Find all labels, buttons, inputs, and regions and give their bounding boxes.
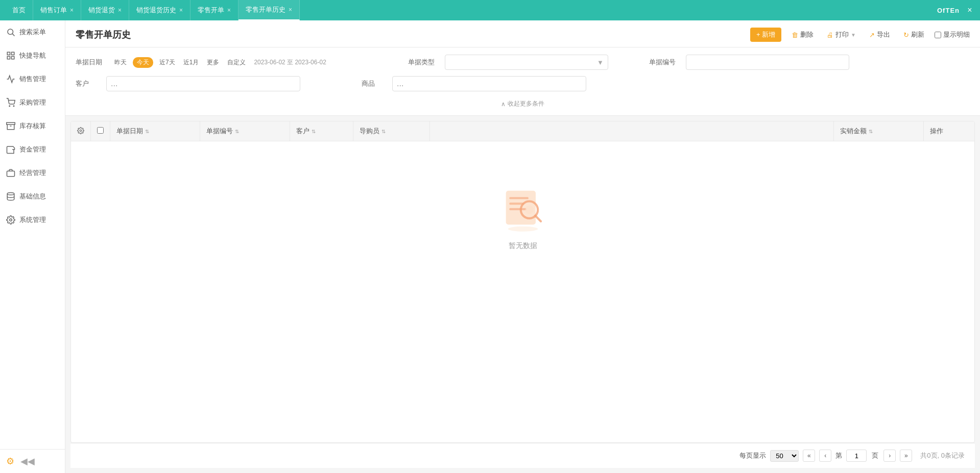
wallet-icon — [6, 145, 15, 154]
page-label: 页 — [871, 450, 879, 462]
shopping-icon — [6, 98, 15, 107]
tab-close-sales-return-history[interactable]: × — [179, 7, 183, 14]
display-detail-input[interactable] — [935, 32, 941, 38]
sidebar-item-purchase[interactable]: 采购管理 — [0, 91, 65, 114]
tab-close-sales-return[interactable]: × — [118, 7, 122, 14]
sidebar-item-system[interactable]: 系统管理 — [0, 208, 65, 232]
product-ellipsis: ... — [397, 79, 403, 88]
briefcase-icon — [6, 168, 15, 178]
sidebar-item-search[interactable]: 搜索采单 — [0, 20, 65, 44]
empty-icon — [497, 182, 548, 233]
filter-row-1: 单据日期 昨天 今天 近7天 近1月 更多 自定义 2023-06-02 至 2… — [76, 55, 970, 70]
sidebar-item-operation[interactable]: 经营管理 — [0, 161, 65, 185]
settings-icon[interactable]: ⚙ — [6, 456, 14, 467]
table-container: 单据日期 ⇅ 单据编号 ⇅ — [70, 121, 975, 443]
data-table: 单据日期 ⇅ 单据编号 ⇅ — [71, 121, 974, 141]
tab-home[interactable]: 首页 — [5, 0, 33, 20]
date-btn-1month[interactable]: 近1月 — [181, 57, 201, 68]
docno-input[interactable] — [686, 55, 849, 70]
col-settings[interactable] — [71, 121, 91, 141]
sidebar-bottom: ⚙ ◀◀ — [0, 449, 65, 473]
sidebar-item-sales[interactable]: 销售管理 — [0, 67, 65, 91]
product-label: 商品 — [362, 79, 375, 88]
tab-close-sales-order[interactable]: × — [70, 7, 74, 14]
grid-icon — [6, 51, 15, 60]
empty-state: 暂无数据 — [71, 141, 974, 291]
pagination: 每页显示 50 100 200 « ‹ 第 页 › — [70, 443, 975, 468]
box-icon — [6, 121, 15, 131]
next-page-button[interactable]: › — [883, 450, 896, 462]
last-page-button[interactable]: » — [900, 450, 912, 462]
date-filters: 昨天 今天 近7天 近1月 更多 自定义 2023-06-02 至 2023-0… — [112, 57, 326, 68]
print-icon: 🖨 — [827, 31, 833, 39]
col-guide[interactable]: 导购员 ⇅ — [353, 121, 430, 141]
export-button[interactable]: ↗ 导出 — [866, 28, 893, 41]
sidebar-item-quick-nav[interactable]: 快捷导航 — [0, 44, 65, 67]
new-button[interactable]: + 新增 — [750, 28, 781, 42]
date-btn-more[interactable]: 更多 — [205, 57, 221, 68]
col-amount[interactable]: 实销金额 ⇅ — [833, 121, 923, 141]
brand-label: OfTEn — [937, 7, 960, 14]
empty-illustration — [497, 182, 548, 233]
print-button[interactable]: 🖨 打印 ▼ — [824, 28, 859, 41]
top-tab-bar: 首页 销售订单 × 销货退货 × 销货退货历史 × 零售开单 × 零售开单历史 … — [0, 0, 980, 20]
filter-area: 单据日期 昨天 今天 近7天 近1月 更多 自定义 2023-06-02 至 2… — [65, 47, 980, 116]
svg-point-14 — [508, 227, 537, 232]
tab-sales-order[interactable]: 销售订单 × — [33, 0, 81, 20]
search-icon — [6, 28, 15, 37]
tab-retail-open-history[interactable]: 零售开单历史 × — [238, 0, 300, 20]
date-btn-today[interactable]: 今天 — [133, 57, 153, 68]
tab-sales-return-history[interactable]: 销货退货历史 × — [129, 0, 190, 20]
col-no[interactable]: 单据编号 ⇅ — [200, 121, 290, 141]
svg-rect-8 — [7, 122, 15, 125]
chevron-up-icon: ∧ — [501, 101, 506, 108]
print-dropdown-icon: ▼ — [851, 32, 856, 38]
table-header: 单据日期 ⇅ 单据编号 ⇅ — [71, 121, 974, 141]
collapse-sidebar-icon[interactable]: ◀◀ — [20, 456, 35, 467]
main-content: 零售开单历史 + 新增 🗑 删除 🖨 打印 ▼ ↗ 导出 — [65, 20, 980, 473]
prev-page-button[interactable]: ‹ — [819, 450, 831, 462]
sidebar-item-basic[interactable]: 基础信息 — [0, 185, 65, 208]
per-page-label: 每页显示 — [739, 451, 766, 460]
sort-guide-icon: ⇅ — [381, 129, 386, 134]
date-btn-custom[interactable]: 自定义 — [225, 57, 248, 68]
check-all-input[interactable] — [97, 127, 104, 134]
filter-row-2: 客户 ... 商品 ... — [76, 76, 970, 91]
tab-sales-return[interactable]: 销货退货 × — [81, 0, 129, 20]
delete-icon: 🗑 — [792, 31, 798, 39]
sidebar-item-inventory[interactable]: 库存核算 — [0, 114, 65, 138]
page-number-input[interactable] — [846, 450, 867, 462]
docno-label: 单据编号 — [649, 58, 676, 67]
total-count: 共0页, 0条记录 — [920, 451, 965, 460]
delete-button[interactable]: 🗑 删除 — [788, 28, 817, 41]
svg-point-7 — [13, 106, 14, 107]
svg-line-1 — [12, 34, 14, 36]
date-btn-7days[interactable]: 近7天 — [157, 57, 177, 68]
sidebar: 搜索采单 快捷导航 销售管理 采购管理 库存核算 — [0, 20, 65, 473]
col-check-all[interactable] — [91, 121, 110, 141]
date-range-display: 2023-06-02 至 2023-06-02 — [254, 58, 326, 67]
customer-select[interactable]: ... — [106, 76, 300, 91]
product-select[interactable]: ... — [392, 76, 586, 91]
window-close-button[interactable]: × — [965, 5, 975, 15]
first-page-button[interactable]: « — [803, 450, 815, 462]
date-btn-yesterday[interactable]: 昨天 — [112, 57, 129, 68]
svg-rect-10 — [7, 171, 15, 177]
per-page-select[interactable]: 50 100 200 — [770, 450, 799, 462]
svg-rect-4 — [7, 57, 10, 59]
content-inner: 单据日期 ⇅ 单据编号 ⇅ — [65, 116, 980, 473]
sidebar-item-finance[interactable]: 资金管理 — [0, 138, 65, 161]
refresh-button[interactable]: ↻ 刷新 — [900, 28, 927, 41]
sort-amount-icon: ⇅ — [869, 129, 873, 134]
doctype-select[interactable]: ▼ — [445, 55, 608, 70]
display-detail-checkbox[interactable]: 显示明细 — [935, 30, 970, 39]
collapse-filter-bar[interactable]: ∧ 收起更多条件 — [76, 97, 970, 108]
col-date[interactable]: 单据日期 ⇅ — [110, 121, 200, 141]
col-customer[interactable]: 客户 ⇅ — [290, 121, 353, 141]
svg-point-6 — [9, 106, 10, 107]
tab-close-retail-open-history[interactable]: × — [289, 6, 292, 13]
sort-customer-icon: ⇅ — [312, 129, 316, 134]
tab-close-retail-open[interactable]: × — [227, 7, 231, 14]
page-label-before: 第 — [835, 451, 842, 460]
tab-retail-open[interactable]: 零售开单 × — [190, 0, 238, 20]
